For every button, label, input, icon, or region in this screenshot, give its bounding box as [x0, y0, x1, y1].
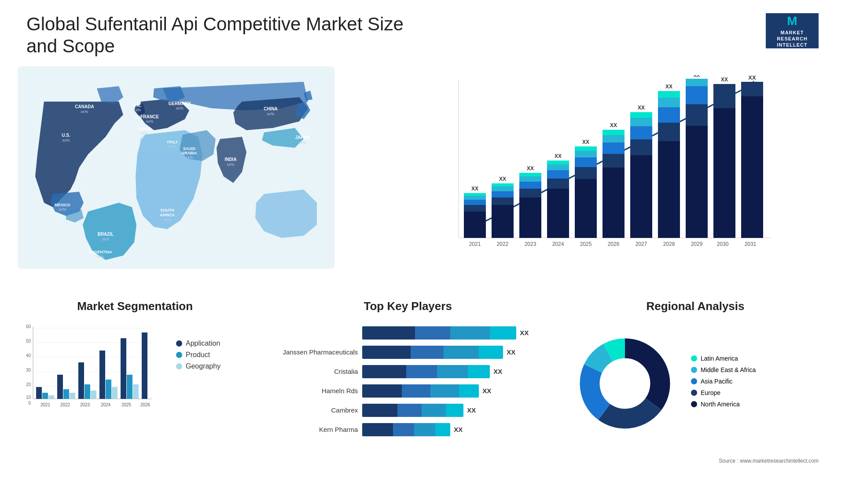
- svg-text:xx%: xx%: [140, 131, 148, 135]
- svg-text:2025: 2025: [121, 402, 132, 407]
- svg-text:GERMANY: GERMANY: [168, 101, 191, 106]
- svg-text:U.S.: U.S.: [62, 133, 70, 138]
- svg-text:10: 10: [26, 395, 31, 400]
- svg-text:INDIA: INDIA: [224, 157, 236, 162]
- asia-pacific-label: Asia Pacific: [701, 378, 732, 385]
- svg-rect-82: [658, 98, 680, 107]
- svg-text:XX: XX: [471, 186, 478, 192]
- north-america-label: North America: [701, 401, 740, 408]
- svg-rect-37: [464, 212, 486, 238]
- bar-seg-6-2: [393, 423, 414, 436]
- svg-rect-49: [519, 197, 541, 238]
- svg-text:XX: XX: [555, 153, 562, 159]
- bar-seg-6-4: [435, 423, 450, 436]
- svg-text:SOUTH: SOUTH: [160, 208, 174, 212]
- svg-rect-53: [519, 173, 541, 176]
- svg-rect-138: [142, 332, 147, 399]
- svg-text:FRANCE: FRANCE: [140, 114, 159, 119]
- player-row-2: Janssen Pharmaceuticals XX: [270, 346, 546, 359]
- geography-dot: [176, 363, 182, 369]
- svg-text:40: 40: [26, 353, 31, 358]
- svg-rect-86: [686, 104, 708, 126]
- middle-east-dot: [691, 367, 697, 373]
- bar-seg-4-4: [459, 384, 479, 398]
- svg-rect-128: [84, 384, 90, 399]
- player-row-6: Kern Pharma XX: [270, 423, 546, 436]
- logo-letter: M: [787, 13, 797, 29]
- svg-rect-64: [575, 151, 597, 157]
- svg-text:ARGENTINA: ARGENTINA: [88, 250, 112, 254]
- svg-text:XX: XX: [499, 176, 506, 182]
- svg-rect-52: [519, 176, 541, 182]
- player-bar-6: [362, 423, 450, 436]
- player-bar-2: [362, 346, 503, 359]
- svg-rect-135: [133, 384, 139, 399]
- svg-text:2022: 2022: [60, 402, 70, 407]
- svg-rect-67: [603, 168, 625, 238]
- player-name-2: Janssen Pharmaceuticals: [270, 348, 358, 356]
- logo-line1: MARKET: [780, 29, 804, 36]
- header: Global Sufentanil Api Competitive Market…: [0, 0, 845, 66]
- svg-text:xx%: xx%: [227, 162, 234, 167]
- svg-text:2021: 2021: [469, 241, 481, 247]
- players-chart: XX Janssen Pharmaceuticals XX C: [261, 322, 555, 447]
- svg-rect-121: [36, 387, 42, 399]
- player-xx-3: XX: [493, 368, 502, 375]
- svg-text:JAPAN: JAPAN: [295, 135, 309, 140]
- svg-rect-61: [575, 179, 597, 238]
- svg-rect-80: [658, 123, 680, 141]
- bar-seg-1-3: [450, 326, 490, 340]
- bar-seg-2-3: [444, 346, 479, 359]
- svg-text:0: 0: [28, 401, 31, 405]
- svg-rect-77: [630, 112, 652, 118]
- player-name-6: Kern Pharma: [270, 426, 358, 433]
- player-bar-container-1: XX: [362, 326, 546, 340]
- legend-latin-america: Latin America: [691, 355, 756, 362]
- product-label: Product: [186, 351, 210, 359]
- svg-rect-56: [547, 179, 569, 189]
- svg-text:xx%: xx%: [298, 140, 306, 145]
- page-title: Global Sufentanil Api Competitive Market…: [26, 13, 422, 58]
- legend-geography: Geography: [176, 362, 220, 370]
- svg-text:xx%: xx%: [169, 144, 176, 149]
- svg-rect-44: [492, 197, 514, 205]
- bar-seg-4-1: [362, 384, 402, 398]
- svg-rect-85: [686, 126, 708, 238]
- bottom-section: Market Segmentation 60 50 40 30 20 10: [0, 291, 845, 456]
- svg-rect-59: [547, 161, 569, 164]
- player-xx-1: XX: [520, 329, 529, 336]
- svg-rect-124: [57, 375, 63, 399]
- svg-text:XX: XX: [665, 84, 672, 90]
- svg-text:XX: XX: [721, 77, 728, 83]
- svg-rect-45: [492, 191, 514, 197]
- key-players-title: Top Key Players: [261, 299, 555, 313]
- asia-pacific-dot: [691, 378, 697, 384]
- svg-rect-74: [630, 139, 652, 155]
- logo: M MARKET RESEARCH INTELLECT: [766, 13, 819, 48]
- svg-text:2028: 2028: [663, 241, 675, 247]
- svg-text:XX: XX: [610, 122, 617, 128]
- svg-rect-131: [106, 380, 111, 399]
- logo-line2: RESEARCH: [777, 36, 808, 42]
- svg-text:U.K.: U.K.: [133, 103, 142, 108]
- source-section: Source : www.marketresearchintellect.com: [0, 456, 845, 468]
- svg-rect-127: [78, 362, 84, 399]
- growth-chart-section: XX XX XX: [437, 66, 827, 286]
- svg-text:xx%: xx%: [133, 108, 141, 112]
- svg-text:CHINA: CHINA: [264, 106, 278, 111]
- svg-rect-40: [464, 196, 486, 200]
- svg-text:2021: 2021: [40, 402, 51, 407]
- svg-text:xx%: xx%: [146, 119, 153, 124]
- player-name-4: Hameln Rds: [270, 387, 358, 394]
- svg-rect-58: [547, 164, 569, 170]
- player-bar-container-5: XX: [362, 404, 546, 417]
- segmentation-section: Market Segmentation 60 50 40 30 20 10: [18, 299, 252, 447]
- svg-text:xx%: xx%: [59, 207, 66, 212]
- player-xx-2: XX: [507, 348, 515, 356]
- svg-text:CANADA: CANADA: [75, 104, 94, 109]
- player-bar-5: [362, 404, 463, 417]
- svg-rect-70: [603, 135, 625, 142]
- europe-dot: [691, 390, 697, 396]
- svg-text:MEXICO: MEXICO: [55, 203, 70, 207]
- bar-seg-3-1: [362, 365, 406, 378]
